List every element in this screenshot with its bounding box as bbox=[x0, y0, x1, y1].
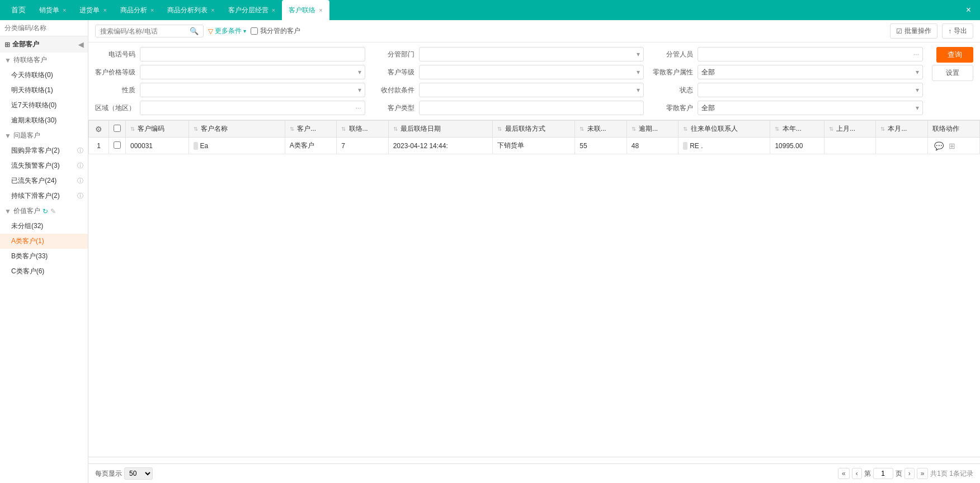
row-name: Ea bbox=[189, 138, 285, 154]
per-page-select[interactable]: 50 100 200 bbox=[124, 467, 153, 480]
price-level-select[interactable]: ▾ bbox=[140, 65, 365, 79]
sidebar-item-churned[interactable]: 已流失客户(24) ⓘ bbox=[0, 173, 88, 188]
row-checkbox[interactable] bbox=[114, 141, 121, 149]
gear-button[interactable]: ⚙ bbox=[95, 125, 102, 134]
close-icon[interactable]: × bbox=[319, 7, 322, 13]
nav-tab-customer-tier[interactable]: 客户分层经营 × bbox=[222, 0, 282, 20]
sidebar-search-input[interactable] bbox=[4, 24, 88, 32]
close-icon[interactable]: × bbox=[103, 7, 106, 13]
last-method-link[interactable]: 下销货单 bbox=[497, 141, 524, 149]
export-button[interactable]: ↑ 导出 bbox=[942, 23, 973, 39]
content-area: 🔍 ▽ 更多条件 ▾ 我分管的客户 ☑ 批量操作 ↑ 导出 bbox=[88, 20, 980, 483]
batch-ops-button[interactable]: ☑ 批量操作 bbox=[890, 23, 937, 39]
chat-icon[interactable]: 💬 bbox=[934, 141, 944, 150]
nav-home[interactable]: 首页 bbox=[4, 0, 32, 20]
sidebar-item-tomorrow[interactable]: 明天待联络(1) bbox=[0, 83, 88, 98]
sidebar-item-ungrouped[interactable]: 未分组(32) bbox=[0, 219, 88, 234]
last-page-button[interactable]: » bbox=[917, 468, 929, 479]
filter-cell-customer-type: 客户类型 bbox=[374, 101, 644, 115]
customer-type-input[interactable] bbox=[419, 101, 644, 115]
sidebar-item-class-a[interactable]: A类客户(1) bbox=[0, 234, 88, 249]
close-icon[interactable]: × bbox=[63, 7, 66, 13]
manager-input[interactable]: ··· bbox=[698, 47, 923, 61]
scatter-select[interactable]: 全部 ▾ bbox=[698, 101, 923, 115]
sidebar-item-class-c[interactable]: C类客户(6) bbox=[0, 264, 88, 279]
name-tag bbox=[194, 142, 198, 150]
close-icon[interactable]: × bbox=[272, 7, 275, 13]
row-last-method: 下销货单 bbox=[493, 138, 575, 154]
sidebar-item-abnormal[interactable]: 囤购异常客户(2) ⓘ bbox=[0, 143, 88, 158]
sidebar-item-class-b[interactable]: B类客户(33) bbox=[0, 249, 88, 264]
sidebar-group-problems[interactable]: ▼ 问题客户 bbox=[0, 128, 88, 143]
customer-level-select[interactable]: ▾ bbox=[419, 65, 644, 79]
sidebar-item-today[interactable]: 今天待联络(0) bbox=[0, 68, 88, 83]
nav-tab-customer-contact[interactable]: 客户联络 × bbox=[282, 0, 329, 20]
info-icon: ⓘ bbox=[77, 192, 83, 200]
col-actions: 联络动作 bbox=[927, 121, 979, 138]
settings-button[interactable]: 设置 bbox=[932, 65, 973, 81]
scatter-attr-select[interactable]: 全部 ▾ bbox=[698, 65, 923, 79]
close-icon[interactable]: × bbox=[150, 7, 154, 13]
sidebar-group-value[interactable]: ▼ 价值客户 ↻ ✎ bbox=[0, 203, 88, 219]
nature-select[interactable]: ▾ bbox=[140, 83, 365, 97]
col-last-method: ⇅ 最后联络方式 bbox=[493, 121, 575, 138]
page-number-input[interactable] bbox=[873, 468, 893, 479]
phone-input[interactable] bbox=[140, 47, 365, 61]
customer-type-label: 客户类型 bbox=[374, 103, 419, 113]
filter-cell-customer-level: 客户等级 ▾ bbox=[374, 65, 644, 79]
scatter-label: 零散客户 bbox=[653, 103, 698, 113]
filter-search-icon[interactable]: 🔍 bbox=[190, 27, 199, 35]
dots-icon: ··· bbox=[356, 104, 361, 112]
payment-select[interactable]: ▾ bbox=[419, 83, 644, 97]
nav-tab-product-list[interactable]: 商品分析列表 × bbox=[161, 0, 221, 20]
query-button[interactable]: 查询 bbox=[936, 47, 973, 63]
sidebar-item-declining[interactable]: 持续下滑客户(2) ⓘ bbox=[0, 188, 88, 203]
mine-only-checkbox-label[interactable]: 我分管的客户 bbox=[251, 26, 300, 36]
dots-icon: ··· bbox=[913, 50, 919, 58]
sidebar-item-churn-warning[interactable]: 流失预警客户(3) ⓘ bbox=[0, 158, 88, 173]
sort-icon: ⇅ bbox=[683, 126, 687, 132]
mine-only-checkbox[interactable] bbox=[251, 27, 258, 35]
dept-select[interactable]: ▾ bbox=[419, 47, 644, 61]
nav-tab-product-analysis[interactable]: 商品分析 × bbox=[114, 0, 161, 20]
close-all-icon[interactable]: × bbox=[962, 5, 976, 15]
sort-icon: ⇅ bbox=[290, 126, 294, 132]
filter-cell-scatter: 零散客户 全部 ▾ bbox=[653, 101, 923, 115]
table-header-row: ⚙ ⇅ 客户编码 ⇅ 客户名称 bbox=[89, 121, 980, 138]
sidebar-all-customers[interactable]: ⊞ 全部客户 ◀ bbox=[0, 36, 88, 53]
prev-page-button[interactable]: ‹ bbox=[852, 468, 862, 479]
nature-label: 性质 bbox=[95, 86, 140, 95]
filter-cell-manager: 分管人员 ··· bbox=[653, 47, 923, 61]
edit-icon[interactable]: ✎ bbox=[50, 207, 56, 215]
close-icon[interactable]: × bbox=[211, 7, 214, 13]
chevron-down-icon: ▾ bbox=[243, 28, 246, 34]
filter-row-3: 性质 ▾ 收付款条件 ▾ bbox=[95, 83, 923, 97]
collapse-icon[interactable]: ◀ bbox=[78, 41, 83, 49]
select-all-checkbox[interactable] bbox=[114, 125, 121, 132]
row-not-contacted: 55 bbox=[575, 138, 626, 154]
nav-tab-purchase[interactable]: 进货单 × bbox=[73, 0, 113, 20]
region-input[interactable]: ··· bbox=[140, 101, 365, 115]
filter-search-input[interactable] bbox=[100, 27, 190, 35]
col-type: ⇅ 客户... bbox=[285, 121, 336, 138]
first-page-button[interactable]: « bbox=[838, 468, 850, 479]
sidebar-item-7days[interactable]: 近7天待联络(0) bbox=[0, 98, 88, 113]
horizontal-scrollbar[interactable] bbox=[88, 457, 980, 463]
filter-cell-phone: 电话号码 bbox=[95, 47, 365, 61]
sidebar-group-pending[interactable]: ▼ 待联络客户 bbox=[0, 53, 88, 68]
nav-tab-sales[interactable]: 销货单 × bbox=[32, 0, 73, 20]
filter-more-button[interactable]: ▽ 更多条件 ▾ bbox=[208, 26, 246, 36]
region-label: 区域（地区） bbox=[95, 103, 140, 113]
refresh-icon[interactable]: ↻ bbox=[43, 207, 48, 215]
next-page-button[interactable]: › bbox=[904, 468, 915, 479]
sidebar-item-overdue[interactable]: 逾期未联络(30) bbox=[0, 113, 88, 128]
qr-icon[interactable]: ⊞ bbox=[949, 141, 955, 150]
filter-cell-region: 区域（地区） ··· bbox=[95, 101, 365, 115]
info-icon: ⓘ bbox=[77, 162, 83, 170]
caret-icon: ▾ bbox=[637, 50, 640, 58]
sort-icon: ⇅ bbox=[632, 126, 636, 132]
status-select[interactable]: ▾ bbox=[698, 83, 923, 97]
col-this-month: ⇅ 本月... bbox=[876, 121, 927, 138]
sort-icon: ⇅ bbox=[341, 126, 346, 132]
status-label: 状态 bbox=[653, 86, 698, 95]
